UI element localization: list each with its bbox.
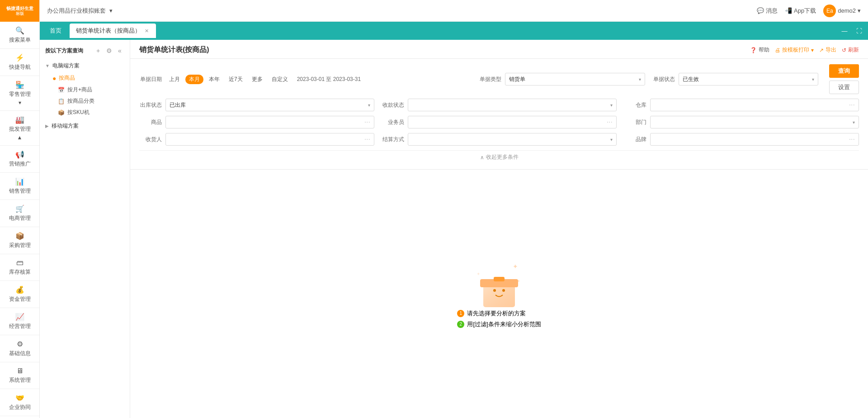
app-name: 畅捷通好生意 xyxy=(6,5,33,11)
out-status-label: 出库状态 xyxy=(139,101,162,109)
sidebar-item-ecommerce[interactable]: 🛒 电商管理 xyxy=(0,200,39,227)
tree-section-pc-header[interactable]: ▼ 电脑端方案 xyxy=(40,60,130,72)
brand-label: 品牌 xyxy=(624,136,646,143)
export-button[interactable]: ↗ 导出 xyxy=(819,46,836,54)
user-chevron-icon: ▾ xyxy=(858,7,861,14)
collapse-more-button[interactable]: ∧ 收起更多条件 xyxy=(139,150,859,164)
department-select[interactable]: ▾ xyxy=(650,116,859,128)
payment-status-label: 收款状态 xyxy=(382,101,404,109)
download-icon: 📲 xyxy=(785,7,792,14)
date-btn-this-year[interactable]: 本年 xyxy=(205,75,223,84)
sidebar-item-inventory-label: 库存核算 xyxy=(9,268,31,276)
app-download-button[interactable]: 📲 App下载 xyxy=(785,7,816,15)
sidebar-item-system[interactable]: 🖥 系统管理 xyxy=(0,362,39,389)
user-avatar: Ea xyxy=(823,5,836,17)
brand-input[interactable]: ··· xyxy=(650,133,859,146)
sidebar-item-wholesale[interactable]: 🏭 批发管理 ▲ xyxy=(0,111,39,146)
page-title: 销货单统计表(按商品) xyxy=(139,45,209,55)
sidebar-item-enterprise-label: 企业协同 xyxy=(9,404,31,411)
warehouse-input[interactable]: ··· xyxy=(650,99,859,111)
tip2-num: 2 xyxy=(457,321,464,328)
date-btn-last-month[interactable]: 上月 xyxy=(165,75,184,84)
refresh-button[interactable]: ↺ 刷新 xyxy=(842,46,859,54)
tree-item-by-sku[interactable]: 📦 按SKU机 xyxy=(40,107,130,118)
filter-group-settlement: 结算方式 ▾ xyxy=(382,133,617,146)
help-button[interactable]: ❓ 帮助 xyxy=(750,46,769,54)
message-button[interactable]: 💬 消息 xyxy=(757,7,778,15)
department-chevron-icon: ▾ xyxy=(853,120,855,125)
date-btn-more[interactable]: 更多 xyxy=(248,75,266,84)
tab-sales-stat[interactable]: 销货单统计表（按商品） ✕ xyxy=(70,24,156,38)
bill-type-select[interactable]: 销货单 ▾ xyxy=(505,73,645,86)
mobile-section-label: 移动端方案 xyxy=(52,122,79,130)
svg-point-8 xyxy=(502,289,505,292)
sidebar-item-finance[interactable]: 💰 资金管理 xyxy=(0,281,39,308)
filter-group-product: 商品 ··· xyxy=(139,116,374,128)
date-btn-custom[interactable]: 自定义 xyxy=(268,75,292,84)
settlement-select[interactable]: ▾ xyxy=(408,133,617,146)
tab-minimize-button[interactable]: — xyxy=(839,25,850,36)
tree-section-mobile-header[interactable]: ▶ 移动端方案 xyxy=(40,120,130,132)
query-button[interactable]: 查询 xyxy=(829,64,859,78)
sidebar-item-operations[interactable]: 📈 经营管理 xyxy=(0,308,39,335)
sidebar-item-sales[interactable]: 📊 销售管理 xyxy=(0,173,39,200)
sidebar-item-sales-label: 销售管理 xyxy=(9,187,31,195)
tabbar: 首页 销货单统计表（按商品） ✕ — ⛶ xyxy=(40,22,868,40)
sidebar-item-newbie[interactable]: 🎯 新手引导 xyxy=(0,416,39,418)
sidebar-item-purchase[interactable]: 📦 采购管理 xyxy=(0,227,39,254)
print-icon: 🖨 xyxy=(775,47,780,53)
date-btn-last-7days[interactable]: 近7天 xyxy=(225,75,246,84)
sidebar-item-purchase-label: 采购管理 xyxy=(9,242,31,249)
svg-text:✦: ✦ xyxy=(476,271,480,276)
bill-status-select[interactable]: 已生效 ▾ xyxy=(679,73,819,86)
product-input[interactable]: ··· xyxy=(165,116,374,128)
payment-status-select[interactable]: ▾ xyxy=(408,99,617,111)
sidebar-item-search-label: 搜索菜单 xyxy=(9,36,31,44)
panel-settings-button[interactable]: ⚙ xyxy=(104,46,113,55)
panel-title: 按以下方案查询 xyxy=(45,47,83,55)
sidebar-item-marketing[interactable]: 📢 营销推广 xyxy=(0,146,39,173)
bill-status-chevron-icon: ▾ xyxy=(812,77,814,82)
print-label: 按模板打印 xyxy=(782,46,809,54)
minimize-icon: — xyxy=(842,28,848,34)
user-menu-button[interactable]: Ea demo2 ▾ xyxy=(823,5,861,17)
filter-row-3: 商品 ··· 业务员 ··· 部门 xyxy=(139,116,859,128)
filter-group-out-status: 出库状态 已出库 ▾ xyxy=(139,99,374,111)
tip2-text: 用[过滤]条件来缩小分析范围 xyxy=(467,320,541,328)
app-download-label: App下载 xyxy=(794,7,816,15)
settings-button[interactable]: 设置 xyxy=(829,81,859,94)
sidebar-item-enterprise[interactable]: 🤝 企业协同 xyxy=(0,389,39,416)
pc-section-label: 电脑端方案 xyxy=(52,62,80,70)
empty-state-illustration: ✦ ✦ ✦ xyxy=(472,260,526,309)
out-status-select[interactable]: 已出库 ▾ xyxy=(165,99,374,111)
print-button[interactable]: 🖨 按模板打印 ▾ xyxy=(775,46,814,54)
sidebar-item-retail[interactable]: 🏪 零售管理 ▾ xyxy=(0,76,39,111)
sidebar-item-inventory[interactable]: 🗃 库存核算 xyxy=(0,254,39,281)
sidebar-item-search[interactable]: 🔍 搜索菜单 xyxy=(0,22,39,49)
tree-item-by-month-product[interactable]: 📅 按月+商品 xyxy=(40,84,130,95)
sidebar-item-basic[interactable]: ⚙ 基础信息 xyxy=(0,335,39,362)
tree-item-by-product[interactable]: ● 按商品 xyxy=(40,72,130,84)
right-main: 销货单统计表(按商品) ❓ 帮助 🖨 按模板打印 ▾ ↗ 导出 xyxy=(130,40,868,418)
sidebar-item-finance-label: 资金管理 xyxy=(9,295,31,303)
panel-collapse-button[interactable]: « xyxy=(115,46,124,55)
date-btn-this-month[interactable]: 本月 xyxy=(185,75,203,84)
salesperson-input[interactable]: ··· xyxy=(408,116,617,128)
filter-group-payment-status: 收款状态 ▾ xyxy=(382,99,617,111)
operations-icon: 📈 xyxy=(15,313,24,321)
tip1-num: 1 xyxy=(457,310,464,317)
panel-header: 按以下方案查询 + ⚙ « xyxy=(40,43,130,58)
sidebar-item-quicknav[interactable]: ⚡ 快捷导航 xyxy=(0,49,39,76)
refresh-icon: ↺ xyxy=(842,47,846,53)
basic-icon: ⚙ xyxy=(17,340,23,348)
filter-group-department: 部门 ▾ xyxy=(624,116,859,128)
sidebar-item-wholesale-label: 批发管理 xyxy=(9,125,31,133)
tab-close-icon[interactable]: ✕ xyxy=(143,28,150,34)
settlement-label: 结算方式 xyxy=(382,136,404,143)
tree-item-by-category[interactable]: 📋 按商品分类 xyxy=(40,95,130,107)
tab-maximize-button[interactable]: ⛶ xyxy=(854,25,864,36)
bill-status-label: 单据状态 xyxy=(652,76,675,83)
tab-home[interactable]: 首页 xyxy=(43,24,68,38)
panel-add-button[interactable]: + xyxy=(94,46,103,55)
recipient-input[interactable]: ··· xyxy=(165,133,374,146)
